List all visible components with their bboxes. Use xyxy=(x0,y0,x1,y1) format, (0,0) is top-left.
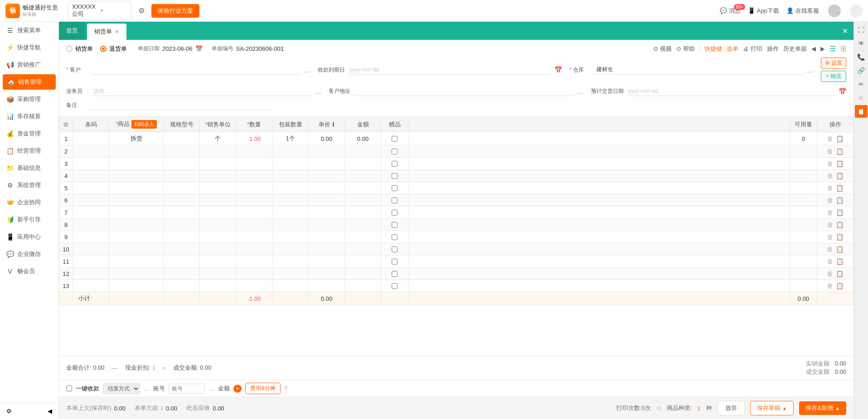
print-btn[interactable]: 🖨 打印 xyxy=(743,45,762,53)
sidebar-item-marketing[interactable]: 📢 营销推广 xyxy=(0,56,58,73)
sidebar-item-inventory[interactable]: 📊 库存核算 xyxy=(0,108,58,125)
rt-link[interactable]: 🔗 xyxy=(855,64,868,77)
copy-icon-1[interactable]: 📋 xyxy=(836,135,844,142)
tab-home[interactable]: 首页 xyxy=(59,22,85,40)
delete-icon-2[interactable]: 🗑 xyxy=(827,148,833,155)
remark-input[interactable] xyxy=(89,101,270,110)
copy-icon-13[interactable]: 📋 xyxy=(836,282,844,289)
delete-icon-10[interactable]: 🗑 xyxy=(827,246,833,253)
operate-btn[interactable]: 操作 xyxy=(767,45,779,53)
delete-icon-5[interactable]: 🗑 xyxy=(827,184,833,192)
gift-checkbox-9[interactable] xyxy=(392,234,398,240)
gift-checkbox-10[interactable] xyxy=(392,246,398,252)
video-btn[interactable]: ⊙ 视频 xyxy=(653,45,672,53)
radio-return-order[interactable]: 退货单 xyxy=(100,45,127,53)
settings-icon[interactable]: ⚙ xyxy=(135,5,148,17)
calendar3-icon[interactable]: 📅 xyxy=(839,88,846,95)
settlement-method-select[interactable]: 结算方式 xyxy=(103,383,140,394)
copy-icon-8[interactable]: 📋 xyxy=(836,221,844,228)
sidebar-item-guide[interactable]: 🔰 新手引导 xyxy=(0,211,58,228)
copy-icon-9[interactable]: 📋 xyxy=(836,233,844,241)
sidebar-item-purchase[interactable]: 📦 采购管理 xyxy=(0,91,58,108)
delete-icon-8[interactable]: 🗑 xyxy=(827,221,833,228)
radio-sales-order[interactable]: 销货单 xyxy=(66,45,93,53)
warehouse-input[interactable] xyxy=(595,65,804,75)
message-btn[interactable]: 💬 消息 99+ xyxy=(720,7,741,15)
delete-icon-13[interactable]: 🗑 xyxy=(827,282,833,289)
online-service-btn[interactable]: 👤 在线客服 xyxy=(786,7,819,15)
gift-checkbox-1[interactable] xyxy=(392,136,398,142)
add-payment-button[interactable]: + xyxy=(233,385,242,393)
delete-icon-7[interactable]: 🗑 xyxy=(827,209,833,216)
salesperson-dots[interactable]: … xyxy=(315,88,321,95)
rt-action[interactable]: 📋 xyxy=(855,105,868,118)
warehouse-dots[interactable]: … xyxy=(807,67,814,73)
copy-icon-11[interactable]: 📋 xyxy=(836,258,844,265)
sidebar-collapse-icon[interactable]: ◀ xyxy=(48,408,52,414)
spec-cell-1[interactable] xyxy=(166,136,197,142)
delete-icon-6[interactable]: 🗑 xyxy=(827,197,833,204)
copy-icon-3[interactable]: 📋 xyxy=(836,160,844,167)
rt-eye[interactable]: 👁 xyxy=(855,37,868,50)
bank-account-input[interactable] xyxy=(169,384,205,394)
save-new-button[interactable]: 保存&新增 ▲ xyxy=(799,401,846,415)
sidebar-item-enterprise[interactable]: 🤝 企业协同 xyxy=(0,194,58,211)
salesperson-input[interactable] xyxy=(92,87,312,96)
nav-next-icon[interactable]: ▶ xyxy=(820,45,825,52)
choose-btn[interactable]: 选单 xyxy=(727,45,738,53)
rt-star[interactable]: ☆ xyxy=(855,92,868,104)
delete-icon-1[interactable]: 🗑 xyxy=(827,135,833,142)
settlement-dots[interactable]: … xyxy=(144,385,150,392)
tab-close-icon[interactable]: ✕ xyxy=(115,29,119,35)
calendar2-icon[interactable]: 📅 xyxy=(554,66,562,73)
sidebar-item-appcenter[interactable]: 📱 应用中心 xyxy=(0,228,58,246)
gift-checkbox-11[interactable] xyxy=(392,259,398,265)
barcode-cell-1[interactable] xyxy=(76,136,106,142)
sidebar-settings-icon[interactable]: ⚙ xyxy=(6,408,12,414)
sidebar-item-search[interactable]: ☰ 搜索菜单 xyxy=(0,22,58,39)
save-draft-button[interactable]: 保存草稿 ▲ xyxy=(750,401,794,415)
sidebar-item-ops[interactable]: 📋 经营管理 xyxy=(0,142,58,159)
gift-checkbox-13[interactable] xyxy=(392,283,398,289)
scan-button[interactable]: 扫码录入 xyxy=(131,120,157,129)
rt-fullscreen[interactable]: ⛶ xyxy=(855,24,868,36)
copy-icon-10[interactable]: 📋 xyxy=(836,246,844,253)
address-dots[interactable]: … xyxy=(577,88,584,95)
gift-checkbox-5[interactable] xyxy=(392,185,398,191)
copy-icon-4[interactable]: 📋 xyxy=(836,172,844,179)
history-help-icon[interactable]: ℹ xyxy=(161,405,163,412)
goods-type-icon[interactable]: ⊙ xyxy=(656,405,661,412)
gift-checkbox-6[interactable] xyxy=(392,197,398,203)
sidebar-item-capital[interactable]: 💰 资金管理 xyxy=(0,125,58,142)
discard-button[interactable]: 放弃 xyxy=(718,401,745,415)
help-btn[interactable]: ⊙ 帮助 xyxy=(676,45,695,53)
copy-icon-7[interactable]: 📋 xyxy=(836,209,844,216)
form-settings-button[interactable]: ⚙ 设置 xyxy=(821,58,846,69)
sidebar-item-system[interactable]: ⚙ 系统管理 xyxy=(0,177,58,194)
gift-checkbox-7[interactable] xyxy=(392,210,398,216)
trial-button[interactable]: 体验行业方案 xyxy=(151,4,199,18)
copy-icon-12[interactable]: 📋 xyxy=(836,270,844,277)
shortcut-btn[interactable]: 快捷键 xyxy=(704,45,722,53)
avatar-secondary[interactable] xyxy=(850,5,863,17)
history-btn[interactable]: 历史单据 xyxy=(783,45,807,53)
gift-checkbox-3[interactable] xyxy=(392,161,398,167)
payment-due-input[interactable] xyxy=(348,65,552,75)
grid-view-icon[interactable]: ⊞ xyxy=(840,44,846,53)
customer-input[interactable] xyxy=(92,65,301,75)
bank-dots[interactable]: … xyxy=(209,385,214,392)
delete-icon-4[interactable]: 🗑 xyxy=(827,172,833,179)
customer-dots[interactable]: … xyxy=(304,67,310,73)
sidebar-item-vip[interactable]: V 畅会员 xyxy=(0,263,58,280)
sidebar-item-quick-nav[interactable]: ⚡ 快捷导航 xyxy=(0,39,58,56)
rt-phone[interactable]: 📞 xyxy=(855,51,868,63)
list-view-icon[interactable]: ☰ xyxy=(829,44,836,53)
tab-close-all[interactable]: ✕ xyxy=(842,27,853,35)
sidebar-item-basic[interactable]: 📁 基础信息 xyxy=(0,159,58,177)
logistics-button[interactable]: + 物流 xyxy=(821,71,846,82)
gift-checkbox-2[interactable] xyxy=(392,149,398,154)
expected-delivery-input[interactable] xyxy=(626,87,836,96)
copy-icon-2[interactable]: 📋 xyxy=(836,148,844,155)
sidebar-item-sales[interactable]: 🏠 销售管理 xyxy=(3,74,56,90)
delete-icon-3[interactable]: 🗑 xyxy=(827,160,833,167)
